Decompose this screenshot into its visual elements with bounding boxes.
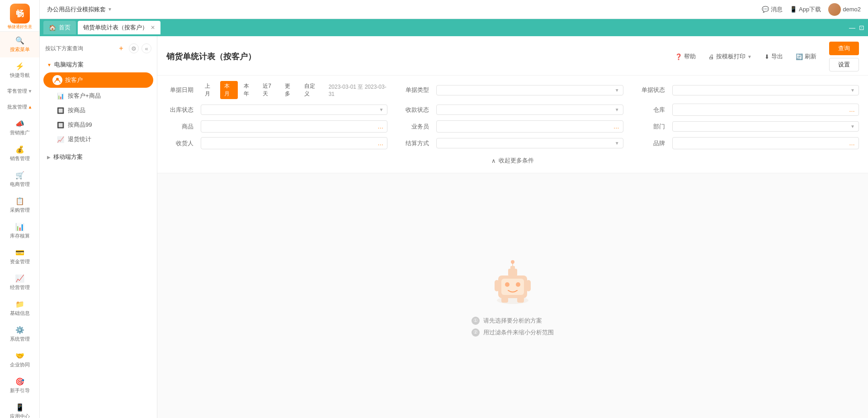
product-select[interactable]: … (201, 120, 387, 133)
desktop-scheme-parent[interactable]: ▼ 电脑端方案 (40, 58, 157, 71)
user-menu-btn[interactable]: demo2 (828, 3, 861, 16)
recipient-control: … (201, 137, 387, 149)
warehouse-control: … (672, 104, 859, 116)
date-btn-more[interactable]: 更多 (281, 81, 298, 99)
date-btn-this-year[interactable]: 本年 (240, 81, 257, 99)
date-btn-this-month[interactable]: 本月 (220, 81, 238, 99)
sidebar-item-purchase[interactable]: 📋 采购管理 (0, 192, 39, 218)
template-print-btn[interactable]: 🖨 按模板打印 ▼ (705, 51, 755, 62)
svg-point-5 (516, 282, 520, 287)
scheme-by-customer[interactable]: 按客户 (43, 72, 153, 88)
sidebar-item-newbie[interactable]: 🎯 新手引导 (0, 373, 39, 399)
sidebar-item-enterprise[interactable]: 🤝 企业协同 (0, 347, 39, 373)
export-btn[interactable]: ⬇ 导出 (761, 51, 787, 62)
chevron-right-icon: ▶ (47, 155, 51, 160)
sidebar-item-app-center[interactable]: 📱 应用中心 (0, 399, 39, 418)
brand-select[interactable]: … (672, 137, 859, 149)
sidebar-item-label: 搜索菜单 (10, 46, 30, 53)
print-icon: 🖨 (708, 53, 714, 60)
sidebar-item-quick-nav[interactable]: ⚡ 快捷导航 (0, 57, 39, 83)
app-selector[interactable]: 办公用品行业模拟账套 ▼ (47, 5, 112, 14)
query-btn[interactable]: 查询 (829, 42, 859, 55)
chart-icon: 📊 (56, 91, 65, 100)
scheme-by-product-label: 按商品 (68, 106, 85, 114)
scheme-by-product99[interactable]: 🔲 按商品99 (40, 118, 153, 132)
close-icon[interactable]: ✕ (151, 24, 155, 31)
chevron-down-icon: ▼ (28, 89, 33, 94)
svg-rect-3 (501, 279, 524, 295)
settings-btn[interactable]: 设置 (829, 58, 859, 71)
refresh-icon: 🔄 (796, 53, 803, 60)
sidebar-item-label: 基础信息 (10, 310, 30, 317)
order-status-select[interactable]: ▼ (672, 85, 859, 95)
help-btn[interactable]: ❓ 帮助 (671, 51, 699, 62)
collect-status-select[interactable]: ▼ (436, 104, 623, 115)
sidebar-item-wholesale[interactable]: 批发管理 ▲ (0, 99, 39, 115)
sidebar-item-label: 销售管理 (10, 155, 30, 162)
order-type-control: ▼ (436, 85, 623, 95)
refresh-btn[interactable]: 🔄 刷新 (792, 51, 820, 62)
salesperson-label: 业务员 (402, 123, 429, 131)
dots-icon[interactable]: … (377, 140, 383, 147)
sidebar-item-sales[interactable]: 💰 销售管理 (0, 141, 39, 166)
message-icon: 💬 (762, 6, 769, 13)
sidebar-item-inventory[interactable]: 📊 库存核算 (0, 218, 39, 244)
sidebar-item-basic[interactable]: 📁 基础信息 (0, 295, 39, 321)
dept-select[interactable]: ▼ (672, 121, 859, 132)
sidebar-item-search-menu[interactable]: 🔍 搜索菜单 (0, 32, 39, 57)
sidebar-item-ops[interactable]: 📈 经营管理 (0, 270, 39, 295)
sidebar-menu: 🔍 搜索菜单 ⚡ 快捷导航 零售管理 ▼ 批发管理 ▲ 📣 营销推广 💰 销售管… (0, 32, 39, 418)
scheme-return-stats[interactable]: 📈 退货统计 (40, 132, 153, 147)
salesperson-select[interactable]: … (436, 120, 623, 133)
add-scheme-btn[interactable]: + (116, 43, 126, 53)
date-btn-custom[interactable]: 自定义 (300, 81, 322, 99)
sidebar-item-system[interactable]: ⚙️ 系统管理 (0, 321, 39, 347)
sidebar-item-finance[interactable]: 💳 资金管理 (0, 244, 39, 270)
out-status-select[interactable]: ▼ (201, 104, 387, 115)
date-range-text: 2023-03-01 至 2023-03-31 (329, 83, 388, 97)
order-status-control: ▼ (672, 85, 859, 95)
date-btn-last-month[interactable]: 上月 (201, 81, 218, 99)
help-label: 帮助 (684, 52, 696, 61)
tip-text-2: 用过滤条件来缩小分析范围 (483, 328, 554, 337)
collapse-panel-btn[interactable]: « (142, 43, 151, 53)
collapse-more-btn[interactable]: ∧ 收起更多条件 (166, 154, 859, 167)
scheme-by-product[interactable]: 🔲 按商品 (40, 103, 153, 118)
date-label: 单据日期 (166, 86, 193, 94)
warehouse-select[interactable]: … (672, 104, 859, 116)
mobile-scheme-label: 移动端方案 (53, 153, 83, 161)
sidebar-item-ecom[interactable]: 🛒 电商管理 (0, 166, 39, 192)
tip-text-1: 请先选择要分析的方案 (483, 317, 542, 325)
sidebar-item-label: 系统管理 (10, 336, 30, 342)
tab-home-label: 首页 (59, 24, 71, 32)
filter-row-1: 单据日期 上月 本月 本年 近7天 更多 自定义 2023-03-01 (166, 81, 859, 99)
sidebar-item-retail[interactable]: 零售管理 ▼ (0, 83, 39, 99)
user-label: demo2 (843, 6, 861, 13)
minimize-icon[interactable]: — (849, 24, 855, 31)
scheme-by-customer-product[interactable]: 📊 按客户+商品 (40, 89, 153, 103)
dots-icon[interactable]: … (849, 140, 855, 147)
search-icon: 🔍 (15, 36, 24, 45)
payment-select[interactable]: ▼ (436, 138, 623, 148)
dots-icon[interactable]: … (613, 123, 619, 130)
topbar-right: 💬 消息 📱 App下载 demo2 (762, 3, 861, 16)
dots-icon[interactable]: … (849, 106, 855, 113)
message-btn[interactable]: 💬 消息 (762, 5, 783, 14)
empty-tip-1: ① 请先选择要分析的方案 (472, 317, 554, 325)
sales-icon: 💰 (15, 145, 24, 154)
mobile-scheme-parent[interactable]: ▶ 移动端方案 (40, 150, 157, 164)
download-icon: 📱 (790, 6, 797, 13)
recipient-select[interactable]: … (201, 137, 387, 149)
date-btn-7days[interactable]: 近7天 (259, 81, 279, 99)
tab-sales-stat[interactable]: 销货单统计表（按客户） ✕ (78, 21, 160, 34)
order-type-select[interactable]: ▼ (436, 85, 623, 95)
sidebar-item-marketing[interactable]: 📣 营销推广 (0, 115, 39, 141)
expand-icon[interactable]: ⊡ (859, 24, 864, 31)
collapse-label: 收起更多条件 (499, 157, 534, 165)
left-panel: 按以下方案查询 + ⚙ « ▼ 电脑端方案 按客户 (40, 36, 157, 418)
dots-icon[interactable]: … (377, 123, 383, 130)
svg-rect-12 (501, 297, 508, 303)
tab-home[interactable]: 🏠 首页 (43, 21, 76, 34)
app-download-btn[interactable]: 📱 App下载 (790, 5, 821, 14)
settings-scheme-btn[interactable]: ⚙ (129, 43, 139, 53)
